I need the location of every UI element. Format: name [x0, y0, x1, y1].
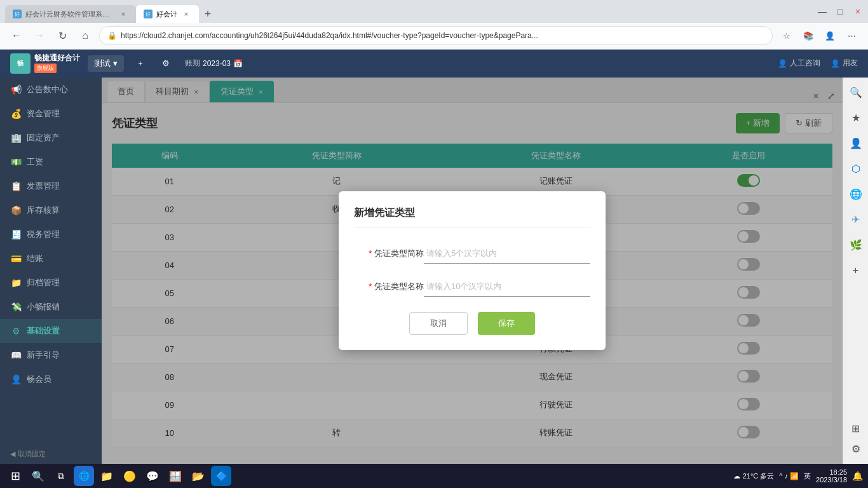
reload-button[interactable]: ↻	[53, 27, 71, 44]
member-icon: 👤	[10, 374, 22, 385]
right-search-button[interactable]: 🔍	[846, 83, 866, 103]
sidebar-item-label-tax: 税务管理	[27, 229, 60, 240]
right-star-button[interactable]: ★	[846, 108, 866, 128]
abbr-input[interactable]	[424, 243, 590, 264]
sidebar-item-expense[interactable]: 💸 小畅报销	[0, 295, 102, 319]
inventory-icon: 📦	[10, 205, 22, 216]
search-taskbar-button[interactable]: 🔍	[28, 466, 48, 486]
browser-taskbar-icon[interactable]: 🌐	[74, 466, 94, 486]
unpin-icon: ◀	[10, 450, 15, 458]
sidebar-item-label-basic-settings: 基础设置	[27, 325, 60, 337]
abbr-label: 凭证类型简称	[354, 248, 424, 259]
browser-toolbar: ← → ↻ ⌂ 🔒 https://cloud2.chanjet.com/acc…	[0, 23, 868, 50]
form-row-name: 凭证类型名称	[354, 276, 590, 297]
files-taskbar-icon[interactable]: 📂	[188, 466, 208, 486]
consult-icon: 👤	[778, 59, 787, 68]
name-label: 凭证类型名称	[354, 281, 424, 292]
forward-button[interactable]: →	[31, 27, 48, 44]
name-input[interactable]	[424, 276, 590, 297]
right-edge-button[interactable]: 🌐	[846, 184, 866, 205]
right-settings-bottom-button[interactable]: ⚙	[846, 438, 866, 459]
tab2-close[interactable]: ×	[181, 9, 191, 19]
file-explorer-icon[interactable]: 📁	[97, 466, 117, 486]
taskbar: ⊞ 🔍 ⧉ 🌐 📁 🟡 💬 🪟 📂 🔷 ☁ 21°C 多云 ^	[0, 464, 868, 488]
sidebar-item-announcements[interactable]: 📢 公告数中心	[0, 78, 102, 102]
sidebar-item-finance[interactable]: 💰 资金管理	[0, 102, 102, 126]
logo-icon-text: 畅	[17, 59, 24, 68]
close-button[interactable]: ×	[853, 6, 863, 17]
sidebar-item-inventory[interactable]: 📦 库存核算	[0, 198, 102, 222]
topbar-right: 👤 人工咨询 👤 用友	[778, 58, 858, 69]
browser-tab-1[interactable]: 好 好会计云财务软件管理系统_会计 ×	[5, 5, 136, 23]
main-area: 📢 公告数中心 💰 资金管理 🏢 固定资产 💵 工资	[0, 78, 868, 464]
taskbar-right: ☁ 21°C 多云 ^ ♪ 📶 英 18:25 2023/3/18 🔔	[733, 468, 863, 484]
app-topbar: 畅 畅捷通好合计 旗舰版 测试 ▾ + ⚙ 账期 2023-03 📅 👤	[0, 50, 868, 78]
sidebar-item-basic-settings[interactable]: ⚙ 基础设置	[0, 319, 102, 343]
address-bar[interactable]: 🔒 https://cloud2.chanjet.com/accounting/…	[99, 26, 773, 45]
date-display: 2023/3/18	[816, 476, 847, 484]
cancel-button[interactable]: 取消	[409, 312, 468, 335]
profile-icon[interactable]: 👤	[821, 27, 839, 44]
logo-title: 畅捷通好合计	[34, 53, 80, 62]
window-controls: — □ ×	[817, 6, 863, 17]
taskbar-indicators: ^ ♪ 📶	[779, 472, 799, 480]
sidebar-item-label-archive: 归档管理	[27, 277, 60, 288]
right-grid-button[interactable]: ⊞	[846, 418, 866, 438]
task-view-button[interactable]: ⧉	[51, 466, 71, 486]
announcements-icon: 📢	[10, 84, 22, 95]
archive-icon: 📁	[10, 277, 22, 288]
modal-dialog: 新增凭证类型 凭证类型简称 凭证类型名称 取消 保存	[339, 191, 606, 350]
right-panel: 🔍 ★ 👤 ⬡ 🌐 ✈ 🌿 + ⊞ ⚙	[843, 78, 868, 464]
sidebar-item-invoice[interactable]: 📋 发票管理	[0, 174, 102, 198]
fixed-assets-icon: 🏢	[10, 132, 22, 144]
weather-text: 21°C 多云	[743, 471, 775, 481]
unpin-label: 取消固定	[18, 449, 46, 459]
sidebar-item-label-finance: 资金管理	[27, 108, 60, 119]
sidebar-item-fixed-assets[interactable]: 🏢 固定资产	[0, 126, 102, 150]
store-taskbar-icon[interactable]: 🪟	[165, 466, 186, 486]
new-tab-button[interactable]: +	[199, 5, 217, 23]
sidebar-item-label-expense: 小畅报销	[27, 301, 60, 313]
right-outlook-button[interactable]: ⬡	[846, 159, 866, 179]
chrome-taskbar-icon[interactable]: 🟡	[119, 466, 140, 486]
save-button[interactable]: 保存	[478, 312, 535, 335]
sidebar-item-label-checkout: 结账	[27, 253, 43, 264]
wechat-taskbar-icon[interactable]: 💬	[142, 466, 163, 486]
add-company-button[interactable]: +	[132, 55, 149, 72]
sidebar-item-checkout[interactable]: 💳 结账	[0, 247, 102, 271]
back-button[interactable]: ←	[8, 27, 25, 44]
basic-settings-icon: ⚙	[10, 325, 22, 337]
finance-icon: 💰	[10, 108, 22, 119]
tab1-close[interactable]: ×	[118, 9, 128, 19]
period-value: 2023-03	[203, 59, 231, 68]
right-add-button[interactable]: +	[846, 261, 866, 281]
sidebar-item-payroll[interactable]: 💵 工资	[0, 150, 102, 174]
notification-button[interactable]: 🔔	[852, 471, 863, 481]
menu-icon[interactable]: ⋯	[843, 27, 860, 44]
right-leaf-button[interactable]: 🌿	[846, 235, 866, 255]
right-feather-button[interactable]: ✈	[846, 210, 866, 230]
user-label: 用友	[843, 58, 858, 69]
consult-button[interactable]: 👤 人工咨询	[778, 58, 820, 69]
start-button[interactable]: ⊞	[5, 466, 25, 486]
consult-label: 人工咨询	[790, 58, 820, 69]
minimize-button[interactable]: —	[817, 6, 827, 17]
right-user-button[interactable]: 👤	[846, 133, 866, 154]
sidebar-item-guide[interactable]: 📖 新手引导	[0, 343, 102, 367]
sidebar-scroll: 📢 公告数中心 💰 资金管理 🏢 固定资产 💵 工资	[0, 78, 102, 444]
sidebar-item-tax[interactable]: 🧾 税务管理	[0, 222, 102, 247]
maximize-button[interactable]: □	[835, 6, 845, 17]
taskbar-weather: ☁ 21°C 多云	[733, 471, 775, 481]
unpin-button[interactable]: ◀ 取消固定	[0, 444, 102, 464]
favorites-icon[interactable]: ☆	[778, 27, 796, 44]
user-button[interactable]: 👤 用友	[831, 58, 858, 69]
sidebar-item-member[interactable]: 👤 畅会员	[0, 367, 102, 391]
home-button[interactable]: ⌂	[76, 27, 94, 44]
collections-icon[interactable]: 📚	[799, 27, 817, 44]
sidebar-item-archive[interactable]: 📁 归档管理	[0, 271, 102, 295]
settings-icon[interactable]: ⚙	[157, 55, 175, 72]
edge-taskbar-icon[interactable]: 🔷	[211, 466, 231, 486]
browser-tab-2[interactable]: 好 好会计 ×	[136, 5, 199, 23]
sidebar-item-label-fixed-assets: 固定资产	[27, 132, 60, 144]
company-selector[interactable]: 测试 ▾	[88, 55, 124, 72]
